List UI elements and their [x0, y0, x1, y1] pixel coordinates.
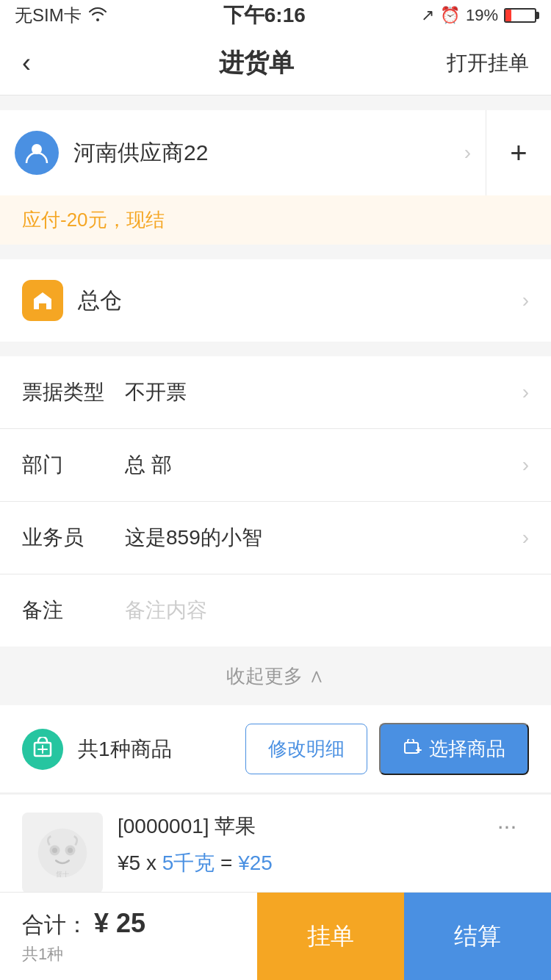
gap-3 — [0, 342, 551, 356]
remark-row[interactable]: 备注 备注内容 — [0, 574, 551, 646]
invoice-type-row[interactable]: 票据类型 不开票 › — [0, 356, 551, 428]
select-product-label: 选择商品 — [429, 736, 505, 762]
chevron-right-icon: › — [522, 381, 529, 404]
products-icon — [22, 729, 63, 770]
hang-button[interactable]: 挂单 — [257, 893, 404, 981]
back-button[interactable]: ‹ — [22, 48, 66, 79]
status-right: ↗ ⏰ 19% — [421, 6, 536, 25]
product-title: 苹果 — [215, 815, 256, 837]
add-supplier-button[interactable]: + — [486, 110, 551, 195]
salesman-label: 业务员 — [22, 524, 125, 552]
quantity: 5千克 — [162, 851, 215, 874]
department-row[interactable]: 部门 总 部 › — [0, 429, 551, 501]
total-section: 合计： ¥ 25 共1种 — [0, 908, 257, 965]
svg-point-8 — [68, 848, 73, 853]
collapse-button[interactable]: 收起更多 ∧ — [0, 646, 551, 705]
supplier-name: 河南供应商22 — [73, 138, 464, 168]
supplier-section: 河南供应商22 › + — [0, 110, 551, 195]
carrier-text: 无SIM卡 — [15, 4, 82, 27]
warehouse-name: 总仓 — [78, 286, 522, 316]
invoice-label: 票据类型 — [22, 378, 125, 406]
product-code: [0000001] — [118, 815, 215, 837]
warehouse-icon — [22, 280, 63, 321]
gap-2 — [0, 245, 551, 259]
bottom-bar: 合计： ¥ 25 共1种 挂单 结算 — [0, 892, 551, 980]
total-main: 合计： ¥ 25 — [22, 908, 235, 940]
warehouse-selector[interactable]: 总仓 › — [0, 259, 551, 342]
salesman-value: 这是859的小智 — [125, 524, 522, 552]
supplier-selector[interactable]: 河南供应商22 › — [0, 110, 486, 195]
products-count: 共1种商品 — [78, 735, 245, 763]
battery-icon — [504, 8, 536, 23]
alarm-icon: ⏰ — [440, 6, 460, 25]
battery-fill — [505, 10, 511, 21]
svg-text:督十: 督十 — [56, 871, 69, 878]
product-name: [0000001] 苹果 — [118, 813, 485, 840]
remark-placeholder: 备注内容 — [125, 597, 529, 624]
svg-rect-3 — [405, 743, 418, 753]
product-thumbnail: 督十 — [22, 813, 103, 893]
svg-point-7 — [52, 848, 57, 853]
product-price-row: ¥5 x 5千克 = ¥25 — [118, 849, 485, 877]
gap-1 — [0, 96, 551, 110]
department-value: 总 部 — [125, 451, 522, 479]
chevron-right-icon: › — [464, 141, 471, 165]
nav-bar: ‹ 进货单 打开挂单 — [0, 31, 551, 96]
divider-4 — [0, 793, 551, 793]
department-label: 部门 — [22, 451, 125, 479]
product-thumb-image: 督十 — [37, 827, 88, 879]
open-hang-button[interactable]: 打开挂单 — [447, 49, 529, 77]
unit-price: ¥5 x — [118, 851, 162, 874]
products-header: 共1种商品 修改明细 选择商品 — [0, 705, 551, 793]
total-sub: 共1种 — [22, 943, 235, 965]
page-title: 进货单 — [219, 46, 294, 80]
wifi-icon — [87, 5, 108, 26]
remark-label: 备注 — [22, 597, 125, 624]
select-product-button[interactable]: 选择商品 — [379, 723, 529, 775]
salesman-row[interactable]: 业务员 这是859的小智 › — [0, 502, 551, 574]
chevron-right-icon: › — [522, 453, 529, 477]
product-more-button[interactable]: ··· — [485, 813, 529, 840]
total-label: 合计： — [22, 910, 88, 940]
svg-rect-1 — [39, 303, 46, 309]
battery-percent: 19% — [466, 6, 498, 25]
settle-button[interactable]: 结算 — [404, 893, 551, 981]
location-icon: ↗ — [421, 6, 434, 25]
supplier-avatar — [15, 131, 59, 175]
modify-detail-button[interactable]: 修改明细 — [245, 724, 367, 774]
status-left: 无SIM卡 — [15, 4, 108, 27]
status-time: 下午6:16 — [223, 1, 306, 29]
invoice-value: 不开票 — [125, 378, 522, 406]
equals-sign: = — [220, 851, 238, 874]
product-info: [0000001] 苹果 ¥5 x 5千克 = ¥25 — [118, 813, 485, 877]
chevron-right-icon: › — [522, 289, 529, 312]
chevron-right-icon: › — [522, 526, 529, 550]
status-bar: 无SIM卡 下午6:16 ↗ ⏰ 19% — [0, 0, 551, 31]
product-total: ¥25 — [238, 851, 273, 874]
main-content: 河南供应商22 › + 应付-20元，现结 总仓 › 票据类型 不开票 › 部门… — [0, 96, 551, 980]
total-amount: ¥ 25 — [94, 908, 145, 939]
payment-notice: 应付-20元，现结 — [0, 195, 551, 245]
